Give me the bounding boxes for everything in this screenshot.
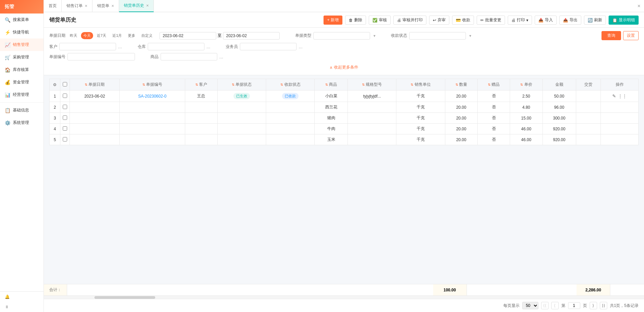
collect-button[interactable]: 💳 收款	[452, 16, 474, 25]
filter-warehouse-input[interactable]	[148, 43, 204, 50]
cell-doc-no[interactable]: SA-20230602-0	[120, 90, 185, 102]
cell-unit: 千克	[396, 124, 445, 134]
col-checkbox[interactable]	[60, 79, 70, 90]
date-btn-today[interactable]: 今天	[81, 32, 93, 39]
collect-status-dropdown-icon[interactable]: ▾	[469, 33, 471, 38]
col-gift[interactable]: ⇅ 赠品	[477, 79, 510, 90]
export-button[interactable]: 📤 导出	[559, 16, 581, 25]
col-price[interactable]: ⇅ 单价	[510, 79, 542, 90]
col-doc-no[interactable]: ⇅ 单据编号	[120, 79, 185, 90]
goods-dots-icon[interactable]: ...	[219, 54, 223, 59]
print-button[interactable]: 🖨 打印 ▾	[508, 16, 532, 25]
sidebar-item-sys-mgmt[interactable]: ⚙️ 系统管理	[0, 116, 44, 129]
date-btn-more[interactable]: 更多	[125, 32, 138, 39]
delete-button[interactable]: 🗑 删除	[345, 16, 366, 25]
query-button[interactable]: 查询	[601, 31, 621, 40]
cell-checkbox[interactable]	[60, 124, 70, 134]
collapse-button[interactable]: ∧ 收起更多条件	[330, 64, 358, 70]
row-checkbox[interactable]	[63, 126, 67, 131]
cell-checkbox[interactable]	[60, 90, 70, 102]
tab-bar-close-all[interactable]: ✕	[637, 4, 641, 8]
cell-doc-no[interactable]	[120, 134, 185, 145]
date-btn-yesterday[interactable]: 昨天	[67, 32, 80, 39]
review-button[interactable]: ✅ 审核	[369, 16, 391, 25]
cell-checkbox[interactable]	[60, 134, 70, 145]
tab-close-sales-history[interactable]: ✕	[146, 4, 149, 7]
cell-amount: 50.00	[542, 90, 576, 102]
col-qty[interactable]: ⇅ 数量	[445, 79, 477, 90]
tab-close-sales-order[interactable]: ✕	[85, 4, 87, 8]
col-settings[interactable]: ⚙	[50, 79, 60, 90]
row-checkbox[interactable]	[63, 105, 67, 109]
customer-dots-icon[interactable]: ...	[118, 44, 122, 49]
abandon-button[interactable]: ↩ 弃审	[429, 16, 449, 25]
sidebar-item-quick-nav[interactable]: ⚡ 快捷导航	[0, 26, 44, 38]
page-number-input[interactable]	[568, 302, 580, 309]
filter-salesperson-input[interactable]	[240, 43, 297, 50]
sidebar-item-finance-mgmt[interactable]: 💰 资金管理	[0, 76, 44, 88]
cell-checkbox[interactable]	[60, 102, 70, 113]
pagination-last-btn[interactable]: ⟩⟩	[600, 302, 607, 309]
more-btn[interactable]: ⋮⋮	[618, 94, 627, 99]
filter-collect-status-input[interactable]	[409, 32, 466, 40]
collect-icon: 💳	[456, 18, 461, 23]
filter-docno-input[interactable]	[67, 53, 135, 60]
select-all-checkbox[interactable]	[63, 82, 67, 86]
filter-goods-input[interactable]	[161, 53, 217, 60]
row-checkbox[interactable]	[63, 94, 67, 98]
import-button[interactable]: 📥 导入	[535, 16, 557, 25]
date-btn-1month[interactable]: 近1月	[110, 32, 124, 39]
date-start-input[interactable]	[160, 32, 216, 40]
tab-sales-order[interactable]: 销售订单 ✕	[62, 0, 92, 12]
sidebar-notify-btn[interactable]: 🔔	[0, 292, 44, 302]
settings-filter-button[interactable]: 设置	[623, 31, 639, 40]
col-goods[interactable]: ⇅ 商品	[315, 79, 348, 90]
col-doc-date[interactable]: ⇅ 单据日期	[70, 79, 120, 90]
pagination-prev-btn[interactable]: ⟨	[551, 302, 559, 309]
edit-btn[interactable]: ✎	[612, 94, 616, 99]
sidebar-item-inventory-calc[interactable]: 🏠 库存核算	[0, 63, 44, 76]
cell-doc-no[interactable]	[120, 113, 185, 124]
show-detail-button[interactable]: 📋 显示明细	[609, 16, 639, 25]
doc-type-dropdown-icon[interactable]: ▾	[373, 33, 375, 38]
cell-checkbox[interactable]	[60, 113, 70, 124]
date-end-input[interactable]	[223, 32, 280, 40]
sidebar-pause-btn[interactable]: ⏸	[0, 302, 44, 312]
scrollbar-row[interactable]	[44, 295, 644, 299]
row-checkbox[interactable]	[63, 137, 67, 141]
filter-doc-type-input[interactable]	[313, 32, 370, 40]
col-collect-status[interactable]: ⇅ 收款状态	[266, 79, 315, 90]
settings-icon[interactable]: ⚙	[53, 82, 57, 87]
salesperson-dots-icon[interactable]: ...	[299, 44, 303, 49]
pagination-first-btn[interactable]: ⟨⟨	[541, 302, 549, 309]
sidebar-item-purchase-mgmt[interactable]: 🛒 采购管理	[0, 51, 44, 63]
row-checkbox[interactable]	[63, 115, 67, 120]
sidebar-item-sales-mgmt[interactable]: 📈 销售管理	[0, 38, 44, 51]
scrollbar-thumb[interactable]	[94, 296, 155, 299]
sidebar-item-basic-info[interactable]: 📋 基础信息	[0, 104, 44, 116]
new-button[interactable]: + 新增	[324, 16, 342, 25]
date-btn-custom[interactable]: 自定义	[139, 32, 155, 39]
tab-home[interactable]: 首页	[44, 0, 62, 12]
col-doc-status[interactable]: ⇅ 单据状态	[218, 79, 266, 90]
tab-sales-goods[interactable]: 销货单 ✕	[92, 0, 119, 12]
col-spec[interactable]: ⇅ 规格型号	[348, 79, 396, 90]
sidebar-item-ops-mgmt[interactable]: 📊 经营管理	[0, 88, 44, 101]
review-print-button[interactable]: 🖨 审核并打印	[393, 16, 426, 25]
cell-doc-no[interactable]	[120, 124, 185, 134]
sidebar-item-search-menu[interactable]: 🔍 搜索菜单	[0, 14, 44, 26]
tab-sales-history[interactable]: 销货单历史 ✕	[119, 0, 154, 12]
tab-close-sales-goods[interactable]: ✕	[111, 4, 114, 8]
page-word-label: 第	[561, 303, 565, 309]
cell-doc-no[interactable]	[120, 102, 185, 113]
page-size-select[interactable]: 50	[522, 302, 538, 309]
col-customer[interactable]: ⇅ 客户	[185, 79, 217, 90]
warehouse-dots-icon[interactable]: ...	[206, 44, 211, 49]
date-btn-7days[interactable]: 近7天	[94, 32, 109, 39]
batch-change-button[interactable]: ✏ 批量变更	[477, 16, 505, 25]
pagination-next-btn[interactable]: ⟩	[590, 302, 597, 309]
col-unit[interactable]: ⇅ 销售单位	[396, 79, 445, 90]
filter-customer-input[interactable]	[59, 43, 116, 50]
refresh-button[interactable]: 🔄 刷新	[584, 16, 606, 25]
doc-no-link[interactable]: SA-20230602-0	[138, 94, 166, 99]
